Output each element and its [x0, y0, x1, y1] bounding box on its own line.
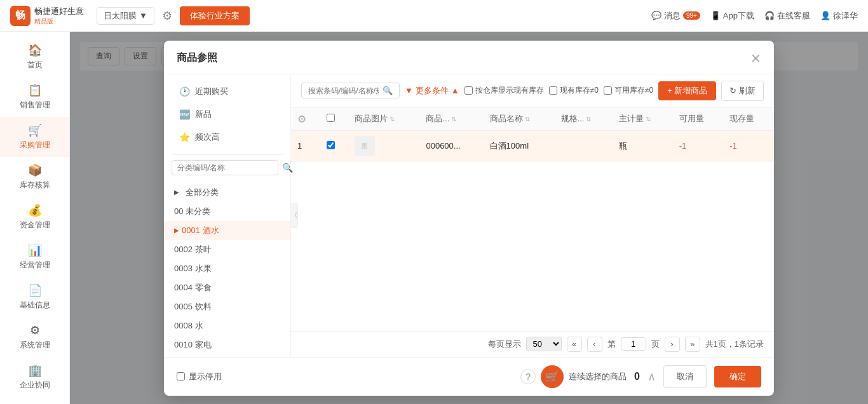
th-spec: 规格... ⇅ — [555, 108, 613, 131]
sort-code[interactable]: 商品... ⇅ — [426, 113, 477, 125]
cell-code: 000600... — [419, 130, 483, 161]
available-stock-checkbox-label[interactable]: 现有库存≠0 — [549, 85, 599, 96]
help-button[interactable]: ? — [520, 369, 536, 384]
category-item-0003[interactable]: 0003 水果 — [164, 259, 290, 278]
modal-body: 🕐 近期购买 🆕 新品 ⭐ 频次高 — [164, 74, 774, 357]
per-page-select[interactable]: 50 10 20 100 — [526, 337, 562, 351]
modal-right-panel: 🔍 ▼ 更多条件 ▲ 按仓库显示现有库存 — [291, 74, 774, 357]
sidebar-item-system[interactable]: ⚙ 系统管理 — [0, 317, 69, 357]
sidebar-item-guide[interactable]: 📖 新手引导 — [0, 397, 69, 404]
warehouse-checkbox[interactable] — [465, 86, 473, 95]
category-item-00[interactable]: 00 未分类 — [164, 202, 290, 221]
sort-name[interactable]: 商品名称 ⇅ — [490, 113, 548, 125]
category-search-input[interactable] — [172, 160, 278, 175]
refresh-button[interactable]: ↻ 刷新 — [721, 81, 764, 101]
top-nav: 畅 畅捷通好生意 精品版 日太阳膜 ▼ ⚙ 体验行业方案 💬 消息 99+ 📱 … — [0, 0, 868, 32]
sidebar-item-purchase[interactable]: 🛒 采购管理 — [0, 117, 69, 157]
cell-no: 1 — [291, 130, 320, 161]
th-gear[interactable]: ⚙ — [291, 108, 320, 131]
sort-unit[interactable]: 主计量 ⇅ — [619, 113, 666, 125]
page-number-input[interactable] — [621, 337, 646, 351]
settings-icon[interactable]: ⚙ — [162, 9, 172, 23]
cancel-button[interactable]: 取消 — [663, 365, 707, 388]
modal-toolbar: 🔍 ▼ 更多条件 ▲ 按仓库显示现有库存 — [291, 74, 774, 108]
show-disabled-label[interactable]: 显示停用 — [177, 371, 222, 382]
usable-stock-checkbox[interactable] — [604, 86, 612, 95]
th-available: 可用量 — [673, 108, 724, 131]
cart-count: 0 — [634, 371, 640, 382]
select-all-checkbox[interactable] — [327, 114, 335, 122]
product-search-input[interactable] — [308, 86, 379, 95]
add-product-button[interactable]: + 新增商品 — [658, 81, 716, 100]
trial-btn[interactable]: 体验行业方案 — [180, 6, 250, 25]
expand-arrow: ▶ — [174, 189, 179, 196]
available-stock-checkbox[interactable] — [549, 86, 557, 95]
last-page-button[interactable]: » — [685, 337, 700, 352]
row-checkbox[interactable] — [327, 141, 335, 149]
next-page-button[interactable]: › — [665, 337, 680, 352]
category-item-0010[interactable]: 0010 家电 — [164, 335, 290, 354]
page-word: 第 — [607, 339, 616, 350]
product-image: 图 — [355, 136, 375, 156]
system-icon: ⚙ — [30, 323, 40, 337]
category-item-0002[interactable]: 0002 茶叶 — [164, 240, 290, 259]
tab-recent-purchase[interactable]: 🕐 近期购买 — [172, 81, 283, 102]
active-arrow: ▶ — [174, 227, 179, 234]
th-image: 商品图片 ⇅ — [348, 108, 419, 131]
filter-button[interactable]: ▼ 更多条件 ▲ — [405, 85, 459, 97]
prev-page-button[interactable]: ‹ — [587, 337, 602, 352]
show-disabled-checkbox[interactable] — [177, 372, 185, 380]
online-service-btn[interactable]: 🎧 在线客服 — [764, 10, 810, 22]
per-page-label: 每页显示 — [488, 339, 521, 350]
warehouse-checkbox-label[interactable]: 按仓库显示现有库存 — [465, 85, 544, 96]
total-info: 共1页，1条记录 — [705, 339, 764, 350]
th-checkbox — [320, 108, 349, 131]
collapse-left-panel-button[interactable]: 《 — [290, 203, 298, 228]
search-icon[interactable]: 🔍 — [383, 86, 393, 95]
sidebar-item-finance[interactable]: 💰 资金管理 — [0, 197, 69, 237]
category-item-0001[interactable]: ▶ 0001 酒水 — [164, 221, 290, 240]
sidebar-item-inventory[interactable]: 📦 库存核算 — [0, 157, 69, 197]
sidebar-item-home[interactable]: 🏠 首页 — [0, 37, 69, 77]
sort-spec[interactable]: 规格... ⇅ — [561, 113, 607, 125]
app-download-btn[interactable]: 📱 App下载 — [710, 10, 754, 22]
usable-stock-checkbox-label[interactable]: 可用库存≠0 — [604, 85, 653, 96]
filter-icon: ▼ — [405, 86, 413, 95]
sidebar-item-sales[interactable]: 📋 销售管理 — [0, 77, 69, 117]
sort-image[interactable]: 商品图片 ⇅ — [355, 113, 413, 125]
cell-available: -1 — [673, 130, 724, 161]
th-name: 商品名称 ⇅ — [484, 108, 555, 131]
th-stock: 现存量 — [723, 108, 774, 131]
user-menu[interactable]: 👤 徐泽华 — [820, 10, 858, 22]
sidebar-item-enterprise[interactable]: 🏢 企业协同 — [0, 357, 69, 397]
tab-frequent[interactable]: ⭐ 频次高 — [172, 126, 283, 148]
sidebar-item-label: 首页 — [27, 60, 43, 71]
modal-close-button[interactable]: ✕ — [750, 51, 761, 66]
category-item-0005[interactable]: 0005 饮料 — [164, 297, 290, 316]
first-page-button[interactable]: « — [567, 337, 582, 352]
th-code: 商品... ⇅ — [419, 108, 483, 131]
cart-collapse-icon[interactable]: ∧ — [648, 370, 656, 384]
modal-footer: 显示停用 ? 🛒 连续选择的商品 0 ∧ 取消 确定 — [164, 357, 774, 396]
category-item-0004[interactable]: 0004 零食 — [164, 278, 290, 297]
cell-unit: 瓶 — [613, 130, 672, 161]
tab-new-product[interactable]: 🆕 新品 — [172, 104, 283, 125]
org-selector[interactable]: 日太阳膜 ▼ — [97, 7, 154, 25]
sidebar-item-label: 经营管理 — [20, 260, 50, 271]
operations-icon: 📊 — [28, 243, 42, 257]
confirm-button[interactable]: 确定 — [714, 366, 761, 387]
category-all[interactable]: ▶ 全部分类 — [164, 183, 290, 202]
category-search-icon[interactable]: 🔍 — [282, 163, 293, 173]
sort-icon: ⇅ — [390, 116, 395, 123]
sidebar-item-operations[interactable]: 📊 经营管理 — [0, 237, 69, 277]
category-item-0008[interactable]: 0008 水 — [164, 316, 290, 335]
sidebar-item-basic[interactable]: 📄 基础信息 — [0, 277, 69, 317]
table-row[interactable]: 1 图 000600... 白酒100ml 瓶 — [291, 130, 774, 161]
sort-icon-spec: ⇅ — [586, 116, 591, 123]
sidebar-item-label: 企业协同 — [20, 380, 50, 391]
cart-icon[interactable]: 🛒 — [541, 365, 564, 388]
th-unit: 主计量 ⇅ — [613, 108, 672, 131]
purchase-icon: 🛒 — [28, 123, 42, 137]
notifications-btn[interactable]: 💬 消息 99+ — [651, 10, 700, 22]
finance-icon: 💰 — [28, 203, 42, 217]
